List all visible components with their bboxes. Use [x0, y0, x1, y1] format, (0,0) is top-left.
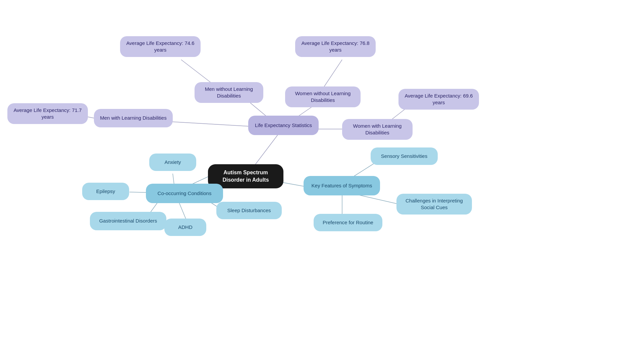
- avg-men-without-ld-node: Average Life Expectancy: 74.6 years: [120, 36, 201, 57]
- adhd-node: ADHD: [164, 219, 206, 236]
- life-expectancy-node: Life Expectancy Statistics: [248, 116, 319, 135]
- gastro-node: Gastrointestinal Disorders: [90, 212, 166, 230]
- routine-node: Preference for Routine: [314, 214, 382, 231]
- avg-women-without-ld-node: Average Life Expectancy: 76.8 years: [295, 36, 376, 57]
- men-without-ld-node: Men without Learning Disabilities: [195, 82, 263, 103]
- social-cues-node: Challenges in Interpreting Social Cues: [396, 194, 472, 215]
- women-with-ld-node: Women with Learning Disabilities: [342, 119, 413, 140]
- sensory-node: Sensory Sensitivities: [371, 147, 438, 165]
- women-without-ld-node: Women without Learning Disabilities: [285, 86, 361, 107]
- mind-map-canvas: Autism Spectrum Disorder in Adults Life …: [0, 0, 644, 363]
- sleep-node: Sleep Disturbances: [216, 202, 282, 219]
- co-occurring-node: Co-occurring Conditions: [146, 184, 223, 203]
- avg-women-with-ld-node: Average Life Expectancy: 69.6 years: [398, 89, 479, 110]
- svg-line-6: [181, 60, 215, 85]
- anxiety-node: Anxiety: [149, 154, 196, 171]
- key-features-node: Key Features of Symptoms: [304, 176, 380, 195]
- svg-line-7: [322, 60, 342, 90]
- avg-men-with-ld-node: Average Life Expectancy: 71.7 years: [7, 103, 88, 124]
- epilepsy-node: Epilepsy: [82, 183, 129, 200]
- men-with-ld-node: Men with Learning Disabilities: [94, 109, 173, 127]
